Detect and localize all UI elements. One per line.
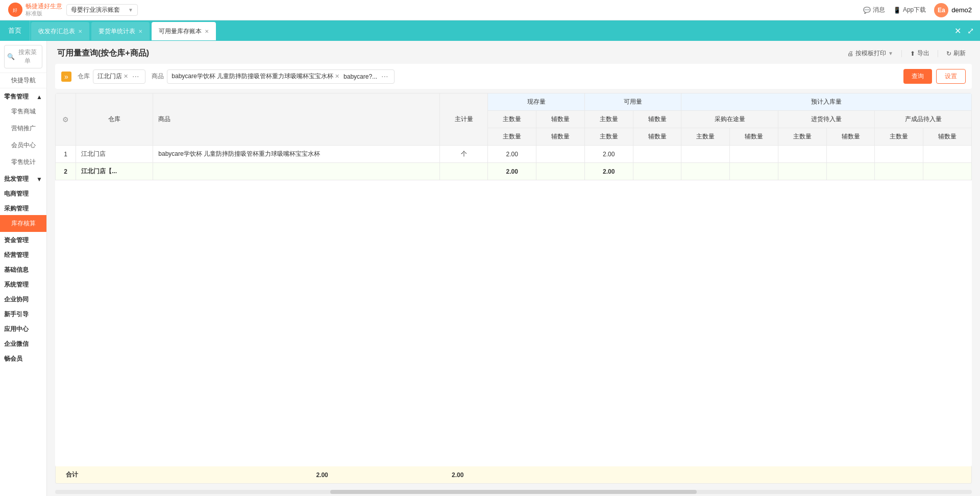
sidebar-group-jingying[interactable]: 经营管理 bbox=[0, 247, 46, 262]
th-stock-main: 主数量 bbox=[488, 111, 536, 128]
sidebar-group-caigou[interactable]: 采购管理 bbox=[0, 200, 46, 215]
export-btn[interactable]: ⬆ 导出 bbox=[906, 47, 934, 60]
close-icon-2[interactable]: ✕ bbox=[205, 29, 209, 34]
cell-warehouse-2: 江北门店【... bbox=[76, 163, 153, 180]
cell-unit-1: 个 bbox=[439, 146, 488, 163]
sidebar-group-jichu[interactable]: 基础信息 bbox=[0, 262, 46, 276]
close-window-icon[interactable]: ✕ bbox=[952, 24, 963, 38]
sidebar-item-yingxiao[interactable]: 营销推广 bbox=[0, 120, 46, 137]
message-icon: 💬 bbox=[863, 7, 871, 14]
message-label: 消息 bbox=[873, 6, 885, 14]
cell-production-aux-1 bbox=[923, 146, 972, 163]
sidebar-search-area: 🔍 搜索菜单 bbox=[0, 41, 46, 73]
th-available-aux: 辅数量 bbox=[633, 111, 681, 128]
tab-keyongliang[interactable]: 可用量库存账本 ✕ bbox=[152, 22, 216, 40]
tab-label-keyongliang: 可用量库存账本 bbox=[159, 27, 202, 36]
tab-label-yaohuo: 要货单统计表 bbox=[99, 27, 135, 36]
sidebar-group-zijin[interactable]: 资金管理 bbox=[0, 232, 46, 247]
logo-area: 好 畅捷通好生意 标准版 bbox=[8, 3, 62, 17]
export-icon: ⬆ bbox=[910, 50, 915, 57]
print-label: 按模板打印 bbox=[855, 49, 886, 58]
sidebar-group-xinshou-label: 新手引导 bbox=[4, 310, 29, 319]
tab-shoufacun[interactable]: 收发存汇总表 ✕ bbox=[31, 22, 89, 40]
sidebar-group-qiye[interactable]: 企业协同 bbox=[0, 291, 46, 306]
sidebar-item-kucunhesuan[interactable]: 库存核算 bbox=[0, 215, 46, 232]
close-icon-0[interactable]: ✕ bbox=[78, 29, 82, 34]
sidebar-group-yingyong[interactable]: 应用中心 bbox=[0, 321, 46, 336]
top-bar-right: 💬 消息 📱 App下载 Ea demo2 bbox=[863, 3, 972, 17]
gear-icon[interactable]: ⚙ bbox=[62, 115, 69, 124]
top-bar-left: 好 畅捷通好生意 标准版 母婴行业演示账套 ▼ bbox=[8, 3, 138, 17]
sidebar-group-dianshang[interactable]: 电商管理 bbox=[0, 185, 46, 200]
product-more-icon[interactable]: ··· bbox=[379, 72, 390, 81]
svg-text:好: 好 bbox=[13, 8, 17, 13]
cell-purchase-main-1 bbox=[681, 146, 730, 163]
print-btn[interactable]: 🖨 按模板打印 ▼ bbox=[843, 47, 897, 60]
scroll-thumb[interactable] bbox=[330, 490, 697, 494]
cell-available-main-2: 2.00 bbox=[584, 163, 633, 180]
settings-btn[interactable]: 设置 bbox=[936, 69, 966, 84]
sidebar-group-changhui[interactable]: 畅会员 bbox=[0, 350, 46, 365]
table-row-subtotal: 2 江北门店【... 2.00 2.00 bbox=[56, 163, 972, 180]
tab-yaohuo[interactable]: 要货单统计表 ✕ bbox=[91, 22, 150, 40]
sidebar-group-lingshouguan[interactable]: 零售管理 ▲ bbox=[0, 88, 46, 103]
cell-available-aux-2 bbox=[633, 163, 681, 180]
chevron-down-icon-pifa: ▼ bbox=[36, 176, 42, 183]
query-btn[interactable]: 查询 bbox=[903, 69, 932, 84]
th-forecast-group: 预计入库量 bbox=[681, 93, 972, 111]
cell-purchase-main-2 bbox=[681, 163, 730, 180]
sidebar-item-lingshoutongji[interactable]: 零售统计 bbox=[0, 154, 46, 171]
message-btn[interactable]: 💬 消息 bbox=[863, 6, 885, 14]
product-tag-1: babycare学饮杯 儿童防摔防撞吸管杯重力球吸嘴杯宝宝水杯 ✕ bbox=[172, 72, 339, 81]
refresh-icon: ↻ bbox=[946, 50, 951, 57]
th-available-main-sub: 主数量 bbox=[584, 128, 633, 146]
export-label: 导出 bbox=[917, 49, 929, 58]
th-stock-group: 现存量 bbox=[488, 93, 585, 111]
th-product: 商品 bbox=[153, 93, 439, 146]
warehouse-more-icon[interactable]: ··· bbox=[130, 72, 141, 81]
product-input[interactable]: babycare学饮杯 儿童防摔防撞吸管杯重力球吸嘴杯宝宝水杯 ✕ babyca… bbox=[167, 69, 395, 84]
refresh-btn[interactable]: ↻ 刷新 bbox=[942, 47, 970, 60]
filter-expand-btn[interactable]: » bbox=[61, 72, 71, 82]
sidebar-group-xinshou[interactable]: 新手引导 bbox=[0, 306, 46, 321]
data-table: ⚙ 仓库 商品 主计量 现存量 可用量 预计入库量 主数量 辅数量 主数量 辅数… bbox=[55, 93, 972, 180]
app-download-btn[interactable]: 📱 App下载 bbox=[893, 6, 926, 14]
product-remove-icon-1[interactable]: ✕ bbox=[335, 73, 339, 80]
th-stock-aux-sub: 辅数量 bbox=[536, 128, 585, 146]
divider-1 bbox=[901, 50, 902, 57]
sidebar-group-pifa[interactable]: 批发管理 ▼ bbox=[0, 171, 46, 185]
cell-stock-aux-2 bbox=[536, 163, 585, 180]
cell-stock-main-1: 2.00 bbox=[488, 146, 536, 163]
nav-home[interactable]: 首页 bbox=[0, 20, 30, 41]
sidebar-group-qiyewx[interactable]: 企业微信 bbox=[0, 336, 46, 350]
th-inbound-group: 进货待入量 bbox=[778, 111, 875, 128]
cell-available-main-1: 2.00 bbox=[584, 146, 633, 163]
main-layout: 🔍 搜索菜单 快捷导航 零售管理 ▲ 零售商城 营销推广 会员中心 零售统计 批… bbox=[0, 41, 980, 496]
warehouse-input[interactable]: 江北门店 ✕ ··· bbox=[93, 69, 145, 84]
warehouse-value: 江北门店 bbox=[97, 72, 122, 81]
search-menu-btn[interactable]: 🔍 搜索菜单 bbox=[4, 45, 42, 68]
sidebar-item-huiyuan[interactable]: 会员中心 bbox=[0, 137, 46, 154]
page-title: 可用量查询(按仓库+商品) bbox=[57, 48, 149, 59]
logo-text: 畅捷通好生意 bbox=[26, 3, 62, 10]
quick-nav-btn[interactable]: 快捷导航 bbox=[0, 73, 46, 88]
user-area[interactable]: Ea demo2 bbox=[934, 3, 972, 17]
sidebar-group-jingying-label: 经营管理 bbox=[4, 251, 29, 259]
expand-icon[interactable]: ⤢ bbox=[965, 24, 976, 38]
page-header: 可用量查询(按仓库+商品) 🖨 按模板打印 ▼ ⬆ 导出 ↻ 刷新 bbox=[47, 41, 980, 64]
chevron-down-print: ▼ bbox=[888, 51, 893, 56]
close-icon-1[interactable]: ✕ bbox=[138, 29, 142, 34]
horizontal-scrollbar[interactable] bbox=[55, 488, 972, 496]
th-production-group: 产成品待入量 bbox=[875, 111, 972, 128]
sidebar-group-changhui-label: 畅会员 bbox=[4, 355, 22, 363]
cell-purchase-aux-1 bbox=[730, 146, 778, 163]
sidebar-item-lingshoucheng[interactable]: 零售商城 bbox=[0, 103, 46, 120]
cell-no-1: 1 bbox=[56, 146, 76, 163]
warehouse-remove-icon[interactable]: ✕ bbox=[124, 73, 128, 80]
cell-inbound-main-2 bbox=[778, 163, 826, 180]
sidebar-group-caigou-label: 采购管理 bbox=[4, 204, 29, 213]
sidebar-group-xitong[interactable]: 系统管理 bbox=[0, 276, 46, 291]
cell-stock-main-2: 2.00 bbox=[488, 163, 536, 180]
th-production-main: 主数量 bbox=[875, 128, 923, 146]
industry-select[interactable]: 母婴行业演示账套 ▼ bbox=[66, 4, 138, 16]
